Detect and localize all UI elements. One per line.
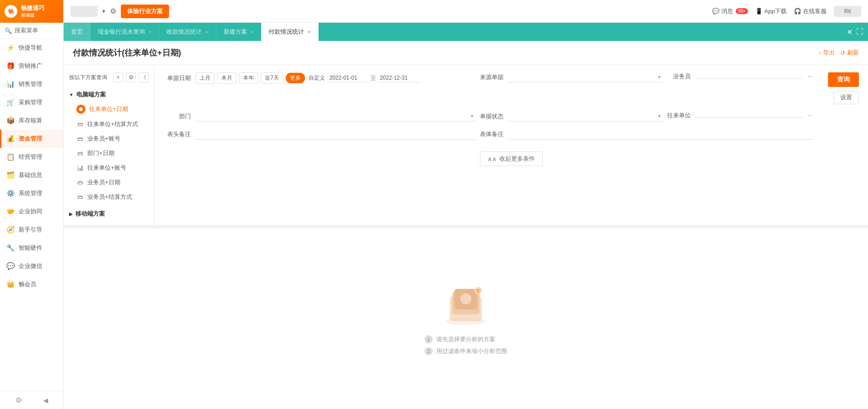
service-icon: 🎧	[794, 8, 801, 15]
empty-tip-1: 1 请先选择要分析的方案	[424, 335, 507, 343]
this-year-btn[interactable]: 本年	[239, 72, 258, 84]
sidebar-item-system[interactable]: ⚙️ 系统管理	[0, 184, 63, 202]
sidebar-item-sales[interactable]: 📊 销售管理	[0, 75, 63, 93]
sidebar-item-wechat[interactable]: 💬 企业微信	[0, 257, 63, 275]
scheme-section-title-0[interactable]: ▼电脑端方案	[64, 88, 154, 101]
scheme-item-label-0-3: 部门+日期	[87, 149, 115, 157]
scheme-item-label-0-6: 业务员+结算方式	[87, 193, 132, 201]
this-month-btn[interactable]: 本月	[217, 72, 236, 84]
salesperson-label: 业务员	[663, 72, 691, 81]
table-icon-5: 🗃	[76, 179, 84, 186]
counterpart-more-icon[interactable]: ···	[808, 111, 813, 120]
message-icon: 💬	[712, 8, 719, 15]
add-scheme-btn[interactable]: +	[113, 72, 123, 82]
download-icon: 📱	[755, 8, 763, 15]
sidebar-item-icon-quick-nav: ⚡	[6, 43, 15, 52]
note1-label: 表头备注	[164, 130, 191, 138]
online-service-action[interactable]: 🎧 在线客服	[794, 7, 827, 15]
counterpart-select[interactable]	[695, 114, 803, 118]
tab-home[interactable]: 首页	[64, 23, 90, 41]
tab-close-bank-flow[interactable]: ×	[149, 29, 151, 35]
scheme-item-0-5[interactable]: 🗃业务员+日期	[64, 175, 154, 190]
chart-icon-4: 📊	[76, 164, 84, 172]
messages-label: 消息	[721, 7, 733, 15]
sidebar-item-inventory[interactable]: 📦 库存核算	[0, 111, 63, 130]
settings-icon[interactable]: ⚙	[15, 396, 22, 404]
voucher-status-select[interactable]: ▾	[508, 111, 664, 121]
note2-filter: 表体备注	[476, 129, 814, 140]
scheme-item-0-0[interactable]: 往来单位+日期	[64, 101, 154, 117]
topbar-settings-icon[interactable]: ⚙	[110, 7, 116, 15]
active-circle-icon	[76, 105, 85, 114]
scheme-section-title-1[interactable]: ▶移动端方案	[64, 207, 154, 221]
maximize-icon[interactable]: ⛶	[856, 28, 863, 36]
note1-input[interactable]	[195, 129, 476, 140]
user-avatar[interactable]: Rit	[834, 6, 861, 17]
scheme-settings-btn[interactable]: ⚙	[126, 72, 136, 82]
sidebar-item-marketing[interactable]: 🎁 营销推广	[0, 57, 63, 75]
sidebar-item-label-member: 畅会员	[19, 280, 36, 288]
messages-action[interactable]: 💬 消息 99+	[712, 7, 748, 15]
salesperson-select[interactable]	[695, 75, 803, 79]
app-download-action[interactable]: 📱 App下载	[755, 7, 787, 15]
source-select[interactable]: ▾	[508, 72, 664, 82]
sidebar-item-basic[interactable]: 🗂️ 基础信息	[0, 166, 63, 184]
scheme-item-0-3[interactable]: 🗃部门+日期	[64, 146, 154, 161]
sidebar-item-enterprise[interactable]: 🤝 企业协同	[0, 202, 63, 221]
date-end-input[interactable]	[378, 74, 419, 82]
scheme-item-0-6[interactable]: 🗃业务员+结算方式	[64, 190, 154, 204]
dept-select[interactable]: ▾	[195, 111, 476, 121]
last-7-days-btn[interactable]: 近7天	[261, 72, 283, 84]
sidebar-search[interactable]: 🔍 搜索菜单	[0, 23, 63, 39]
source-filter: 来源单据 ▾	[476, 72, 664, 82]
scheme-header-label: 按以下方案查询	[69, 74, 107, 81]
sidebar-item-label-enterprise: 企业协同	[19, 207, 42, 216]
refresh-btn[interactable]: ↺ 刷新	[840, 49, 859, 57]
scheme-item-label-0-1: 往来单位+结算方式	[87, 120, 138, 128]
salesperson-filter: 业务员 ···	[663, 72, 813, 81]
date-range: 至	[328, 74, 419, 82]
last-month-btn[interactable]: 上月	[195, 72, 215, 84]
tabs-container: 首页现金银行流水查询×收款情况统计×新建方案×付款情况统计×	[64, 23, 319, 41]
topbar-dropdown-icon[interactable]: ▾	[102, 8, 105, 15]
tip-2-text: 用过滤条件来缩小分析范围	[436, 347, 507, 355]
sidebar-item-guide[interactable]: 🧭 新手引导	[0, 221, 63, 239]
filter-setting-btn[interactable]: 设置	[833, 91, 859, 104]
collapse-sidebar-icon[interactable]: ◀	[43, 397, 48, 404]
sidebar-item-member[interactable]: 👑 畅会员	[0, 275, 63, 293]
trial-btn[interactable]: 体验行业方案	[121, 5, 169, 18]
tab-label-bank-flow: 现金银行流水查询	[98, 28, 145, 36]
scheme-item-0-2[interactable]: 🗃业务员+账号	[64, 131, 154, 146]
tab-new-scheme[interactable]: 新建方案×	[216, 23, 261, 41]
tab-collection-stat[interactable]: 收款情况统计×	[159, 23, 216, 41]
sidebar-item-label-sales: 销售管理	[19, 80, 42, 88]
logo-subtitle: 标准版	[21, 12, 45, 19]
salesperson-more-icon[interactable]: ···	[808, 72, 813, 81]
svg-point-0	[79, 107, 83, 111]
collapse-conditions-btn[interactable]: ∧∧ 收起更多条件	[480, 151, 543, 166]
tab-close-payment-stat[interactable]: ×	[308, 29, 310, 35]
note2-input[interactable]	[508, 129, 814, 140]
scheme-item-0-1[interactable]: 🗃往来单位+结算方式	[64, 117, 154, 131]
sidebar-item-operations[interactable]: 📋 经营管理	[0, 148, 63, 166]
sidebar-item-hardware[interactable]: 🔧 智能硬件	[0, 239, 63, 257]
export-btn[interactable]: ↑ 导出	[818, 49, 835, 57]
close-tab-icon[interactable]: ✕	[847, 28, 853, 36]
collapse-scheme-btn[interactable]: 《	[139, 72, 149, 82]
topbar: ▾ ⚙ 体验行业方案 💬 消息 99+ 📱 App下载 🎧 在线客服 Rit	[64, 0, 868, 23]
sidebar-item-purchase[interactable]: 🛒 采购管理	[0, 93, 63, 111]
query-btn[interactable]: 查询	[828, 72, 859, 87]
sidebar-item-quick-nav[interactable]: ⚡ 快捷导航	[0, 39, 63, 57]
scheme-item-0-4[interactable]: 📊往来单位+账号	[64, 161, 154, 175]
date-buttons: 上月 本月 本年 近7天 更多 自定义 至	[195, 72, 419, 84]
tab-close-new-scheme[interactable]: ×	[251, 29, 254, 35]
tab-payment-stat[interactable]: 付款情况统计×	[261, 23, 318, 41]
tab-close-collection-stat[interactable]: ×	[205, 29, 208, 35]
more-dates-btn[interactable]: 更多	[286, 73, 305, 83]
tabbar-right: ✕ ⛶	[847, 23, 868, 41]
tab-bank-flow[interactable]: 现金银行流水查询×	[90, 23, 159, 41]
sidebar-item-finance[interactable]: 💰 资金管理	[0, 130, 63, 148]
refresh-icon: ↺	[840, 50, 845, 56]
svg-point-9	[477, 291, 479, 293]
date-start-input[interactable]	[328, 74, 369, 82]
